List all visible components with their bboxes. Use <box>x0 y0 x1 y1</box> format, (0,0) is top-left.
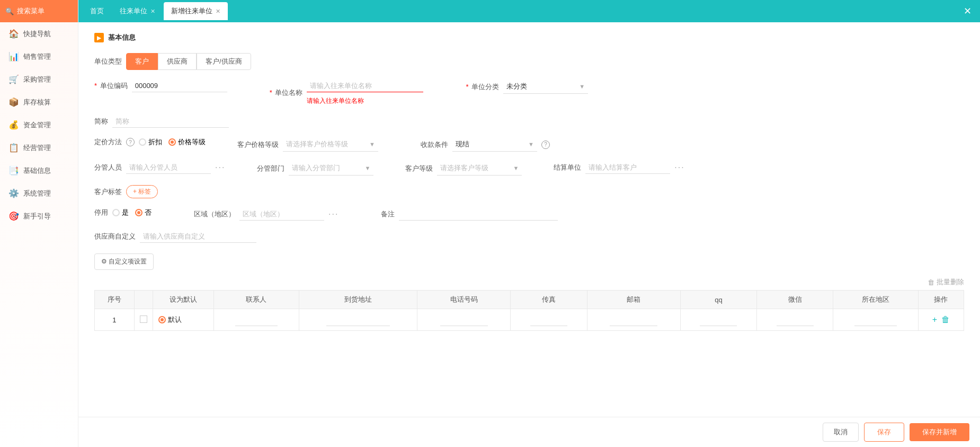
disabled-yes[interactable]: 是 <box>112 208 129 217</box>
row-email-input[interactable] <box>610 313 657 326</box>
payment-terms-select[interactable]: 现结 ▼ <box>452 137 537 152</box>
short-name-label: 简称 <box>94 117 108 126</box>
supplier-custom-row: 供应商自定义 <box>94 230 964 243</box>
tab-counterparty-close[interactable]: ✕ <box>150 8 155 15</box>
row-default-radio[interactable]: 默认 <box>158 315 209 325</box>
search-icon: 🔍 <box>5 7 14 15</box>
sidebar-item-operations[interactable]: 📋 经营管理 <box>0 136 78 159</box>
settlement-unit-label: 结算单位 <box>554 163 581 172</box>
unit-category-label: * 单位分类 <box>466 82 499 92</box>
row-default-radio-circle[interactable] <box>158 316 166 323</box>
col-qq: qq <box>680 291 756 309</box>
delete-row-button[interactable]: 🗑 <box>941 315 950 325</box>
row-phone-input[interactable] <box>440 313 488 326</box>
settlement-unit-more[interactable]: ··· <box>674 163 684 172</box>
payment-terms-value: 现结 <box>456 139 526 149</box>
save-new-button[interactable]: 保存并新增 <box>910 423 969 441</box>
settlement-unit-input[interactable] <box>585 161 670 174</box>
basic-info-icon: 📑 <box>8 165 19 176</box>
customer-price-level-select[interactable]: 请选择客户价格等级 ▼ <box>283 137 378 152</box>
system-icon: ⚙️ <box>8 188 19 198</box>
row-actions: + 🗑 <box>924 315 958 325</box>
unit-type-customer[interactable]: 客户 <box>126 53 158 70</box>
row-action-cell: + 🗑 <box>918 309 964 331</box>
unit-name-inline <box>307 80 423 92</box>
unit-type-supplier[interactable]: 供应商 <box>158 53 197 70</box>
row-fax-input[interactable] <box>530 313 567 326</box>
unit-name-label: * 单位名称 <box>270 88 303 98</box>
row-location[interactable] <box>833 309 918 331</box>
pricing-discount-radio[interactable] <box>139 138 146 146</box>
region-more[interactable]: ··· <box>328 209 338 219</box>
batch-delete-button[interactable]: 🗑 批量删除 <box>928 277 964 287</box>
region-input[interactable] <box>239 208 324 221</box>
disabled-no-radio[interactable] <box>135 209 142 216</box>
tab-new-counterparty-close[interactable]: ✕ <box>216 8 220 15</box>
row-location-input[interactable] <box>854 313 897 326</box>
pricing-price-level[interactable]: 价格等级 <box>168 137 206 147</box>
unit-name-input[interactable] <box>307 80 423 92</box>
row-checkbox[interactable] <box>140 315 147 323</box>
row-fax[interactable] <box>511 309 587 331</box>
sidebar-item-finance[interactable]: 💰 资金管理 <box>0 113 78 136</box>
tab-home[interactable]: 首页 <box>83 2 111 20</box>
manager-more[interactable]: ··· <box>215 163 225 172</box>
remark-field: 备注 <box>381 208 558 221</box>
row-wechat[interactable] <box>757 309 833 331</box>
sidebar-item-guide[interactable]: 🎯 新手引导 <box>0 205 78 227</box>
sidebar-item-inventory[interactable]: 📦 库存核算 <box>0 91 78 113</box>
unit-type-label: 单位类型 <box>94 57 122 66</box>
remark-input[interactable] <box>399 208 558 221</box>
disabled-row: 停用 是 否 区域（地区） ··· 备注 <box>94 208 964 221</box>
disabled-label: 停用 <box>94 208 108 217</box>
home-icon: 🏠 <box>8 29 19 39</box>
table-section: ⚙ 自定义项设置 🗑 批量删除 序号 设为默认 联系人 到货地址 电话号码 <box>94 253 964 331</box>
supplier-custom-input[interactable] <box>140 230 256 243</box>
row-qq-input[interactable] <box>700 313 737 326</box>
row-email[interactable] <box>587 309 680 331</box>
custom-settings-button[interactable]: ⚙ 自定义项设置 <box>94 253 154 270</box>
add-row-button[interactable]: + <box>932 315 937 325</box>
department-select[interactable]: 请输入分管部门 ▼ <box>289 161 373 176</box>
col-contact: 联系人 <box>214 291 299 309</box>
row-qq[interactable] <box>680 309 756 331</box>
sidebar-item-basic-info[interactable]: 📑 基础信息 <box>0 159 78 182</box>
customer-price-level-arrow: ▼ <box>369 141 375 147</box>
operations-icon: 📋 <box>8 143 19 153</box>
tab-counterparty[interactable]: 往来单位 ✕ <box>112 2 163 20</box>
sidebar-item-sales[interactable]: 📊 销售管理 <box>0 45 78 68</box>
sidebar-item-quick-nav[interactable]: 🏠 快捷导航 <box>0 22 78 45</box>
manager-input[interactable] <box>126 161 211 174</box>
pricing-help-icon[interactable]: ? <box>126 138 135 146</box>
tab-new-counterparty[interactable]: 新增往来单位 ✕ <box>164 2 228 20</box>
row-contact[interactable] <box>214 309 299 331</box>
unit-type-both[interactable]: 客户/供应商 <box>197 53 251 70</box>
unit-category-select[interactable]: 未分类 ▼ <box>503 80 588 94</box>
search-menu[interactable]: 🔍 搜索菜单 <box>0 0 78 22</box>
disabled-yes-radio[interactable] <box>112 209 120 216</box>
cancel-button[interactable]: 取消 <box>823 423 859 442</box>
row-contact-input[interactable] <box>235 313 278 326</box>
pricing-price-level-radio[interactable] <box>168 138 176 146</box>
row-address[interactable] <box>299 309 417 331</box>
short-name-input[interactable] <box>112 115 229 128</box>
add-tag-button[interactable]: + 标签 <box>126 185 158 198</box>
save-button[interactable]: 保存 <box>864 423 904 442</box>
row-address-input[interactable] <box>326 313 390 326</box>
sidebar-item-system[interactable]: ⚙️ 系统管理 <box>0 182 78 205</box>
row-phone[interactable] <box>417 309 511 331</box>
window-close-button[interactable]: ✕ <box>959 3 976 19</box>
disabled-no[interactable]: 否 <box>135 208 152 217</box>
col-address: 到货地址 <box>299 291 417 309</box>
short-name-field: 简称 <box>94 115 229 128</box>
row-no: 1 <box>95 309 135 331</box>
payment-terms-help-icon[interactable]: ? <box>541 141 550 149</box>
unit-code-input[interactable] <box>132 80 227 92</box>
pricing-discount[interactable]: 折扣 <box>139 137 162 147</box>
short-name-row: 简称 <box>94 115 964 128</box>
unit-category-value: 未分类 <box>506 82 577 91</box>
department-arrow: ▼ <box>364 165 370 171</box>
row-wechat-input[interactable] <box>777 313 814 326</box>
customer-level-select[interactable]: 请选择客户等级 ▼ <box>437 161 522 176</box>
sidebar-item-purchase[interactable]: 🛒 采购管理 <box>0 68 78 91</box>
